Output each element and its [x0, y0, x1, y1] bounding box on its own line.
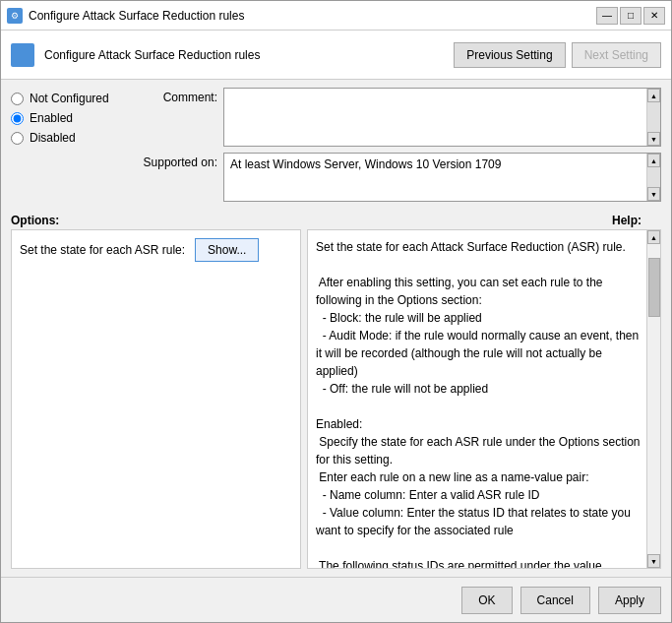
help-text-line-6: Enabled:	[316, 415, 641, 433]
help-text-line-7: Specify the state for each ASR rule unde…	[316, 433, 641, 468]
window-icon: ⚙	[7, 8, 23, 24]
supported-scroll-down[interactable]: ▼	[647, 187, 660, 201]
help-scroll-space	[647, 317, 660, 554]
top-section: Not Configured Enabled Disabled Comment:	[11, 88, 661, 202]
help-text-line-3: - Block: the rule will be applied	[316, 309, 641, 327]
help-text-line-1: Set the state for each Attack Surface Re…	[316, 238, 641, 256]
help-text-line-8: Enter each rule on a new line as a name-…	[316, 468, 641, 486]
comment-textarea[interactable]	[224, 89, 646, 146]
help-text-line-2: After enabling this setting, you can set…	[316, 274, 641, 309]
radio-not-configured[interactable]: Not Configured	[11, 92, 129, 105]
help-text-line-4: - Audit Mode: if the rule would normally…	[316, 327, 641, 380]
scroll-down-arrow[interactable]: ▼	[647, 132, 660, 146]
header-title: Configure Attack Surface Reduction rules	[44, 48, 444, 62]
supported-scroll-up[interactable]: ▲	[647, 154, 660, 167]
cancel-button[interactable]: Cancel	[520, 587, 590, 614]
radio-disabled-input[interactable]	[11, 132, 24, 145]
help-text-line-5: - Off: the rule will not be applied	[316, 380, 641, 398]
main-window: ⚙ Configure Attack Surface Reduction rul…	[0, 0, 672, 623]
help-text-line-10: - Value column: Enter the status ID that…	[316, 504, 641, 539]
radio-enabled[interactable]: Enabled	[11, 111, 129, 125]
help-text-line-9: - Name column: Enter a valid ASR rule ID	[316, 486, 641, 504]
close-button[interactable]: ✕	[643, 7, 665, 25]
title-controls: — □ ✕	[596, 7, 665, 25]
help-scroll-up[interactable]: ▲	[647, 230, 660, 244]
title-bar-left: ⚙ Configure Attack Surface Reduction rul…	[7, 8, 244, 24]
header-buttons: Previous Setting Next Setting	[454, 42, 661, 68]
content-area: Not Configured Enabled Disabled Comment:	[1, 80, 671, 577]
supported-on-label: Supported on:	[139, 153, 217, 169]
next-setting-button[interactable]: Next Setting	[572, 42, 661, 68]
comment-textarea-wrapper: ▲ ▼	[223, 88, 661, 147]
header-bar: Configure Attack Surface Reduction rules…	[1, 31, 671, 80]
options-text: Set the state for each ASR rule:	[20, 243, 185, 257]
window-title: Configure Attack Surface Reduction rules	[29, 9, 244, 23]
previous-setting-button[interactable]: Previous Setting	[454, 42, 565, 68]
help-section-label: Help:	[612, 214, 641, 227]
help-scroll-thumb	[648, 258, 660, 317]
options-content: Set the state for each ASR rule: Show...	[20, 238, 292, 262]
help-panel: Set the state for each Attack Surface Re…	[307, 229, 661, 569]
maximize-button[interactable]: □	[620, 7, 641, 25]
help-scrollbar: ▲ ▼	[646, 230, 660, 568]
supported-on-row: Supported on: At least Windows Server, W…	[139, 153, 661, 202]
supported-on-scrollbar: ▲ ▼	[646, 154, 660, 201]
supported-on-value-box: At least Windows Server, Windows 10 Vers…	[223, 153, 661, 202]
show-button[interactable]: Show...	[195, 238, 259, 262]
options-section-label: Options:	[11, 214, 59, 227]
comment-row: Comment: ▲ ▼	[139, 88, 661, 147]
right-panel: Comment: ▲ ▼ Supported on: At least Wind…	[139, 88, 661, 202]
bottom-section: Set the state for each ASR rule: Show...…	[11, 229, 661, 569]
radio-not-configured-label: Not Configured	[30, 92, 109, 105]
policy-icon	[11, 43, 34, 67]
radio-enabled-label: Enabled	[30, 111, 73, 125]
comment-scrollbar: ▲ ▼	[646, 89, 660, 146]
section-labels-row: Options: Help:	[11, 214, 661, 227]
apply-button[interactable]: Apply	[598, 587, 661, 614]
help-content: Set the state for each Attack Surface Re…	[308, 230, 660, 568]
footer: OK Cancel Apply	[1, 577, 671, 622]
help-scroll-down[interactable]: ▼	[647, 554, 660, 568]
radio-disabled-label: Disabled	[30, 131, 76, 145]
supported-on-value: At least Windows Server, Windows 10 Vers…	[230, 157, 501, 171]
scroll-up-arrow[interactable]: ▲	[647, 89, 660, 102]
minimize-button[interactable]: —	[596, 7, 618, 25]
ok-button[interactable]: OK	[461, 587, 512, 614]
title-bar: ⚙ Configure Attack Surface Reduction rul…	[1, 1, 671, 31]
comment-label: Comment:	[139, 88, 217, 104]
options-panel: Set the state for each ASR rule: Show...	[11, 229, 301, 569]
help-text-line-11: The following status IDs are permitted u…	[316, 557, 641, 568]
radio-not-configured-input[interactable]	[11, 93, 24, 105]
supported-scroll-thumb	[647, 167, 660, 187]
radio-enabled-input[interactable]	[11, 112, 24, 125]
radio-group: Not Configured Enabled Disabled	[11, 88, 129, 202]
scroll-thumb	[647, 102, 660, 132]
radio-disabled[interactable]: Disabled	[11, 131, 129, 145]
